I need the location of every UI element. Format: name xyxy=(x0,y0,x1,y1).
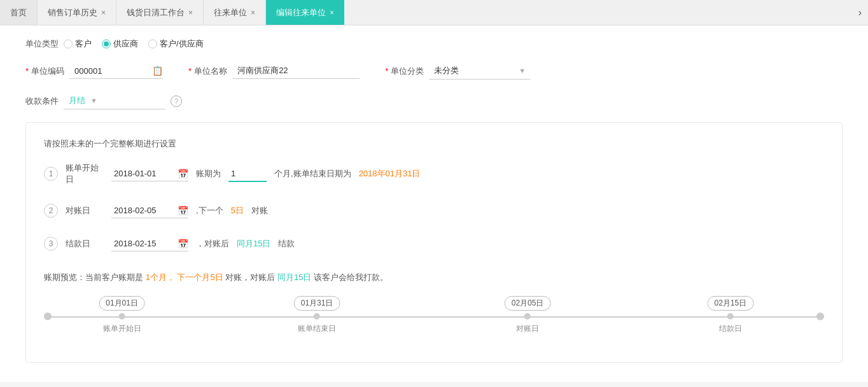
unit-name-star: * xyxy=(188,66,192,76)
settings-card: 请按照未来的一个完整帐期进行设置 1 账单开始日 📅 账期为 个月,账单结束日期… xyxy=(25,122,843,363)
unit-name-input[interactable] xyxy=(232,64,360,79)
timeline-chip-0: 01月01日 xyxy=(99,296,145,311)
tab-edit-partner[interactable]: 编辑往来单位 × xyxy=(266,0,344,25)
timeline-chip-1: 01月31日 xyxy=(294,296,340,311)
card-title: 请按照未来的一个完整帐期进行设置 xyxy=(44,138,824,150)
step-2-desc-prefix: ,下一个 xyxy=(196,205,223,216)
step-1-date-input[interactable] xyxy=(111,166,175,181)
timeline-point-2: 02月05日 对账日 xyxy=(505,296,551,334)
timeline-dot-2 xyxy=(524,313,531,320)
page-content: 单位类型 客户 供应商 客户/供应商 * 单位编码 xyxy=(0,25,868,382)
close-tab-partner[interactable]: × xyxy=(251,8,255,17)
step-3-row: 3 结款日 📅 ，对账后 同月15日 结款 xyxy=(44,236,824,251)
step-3-label: 结款日 xyxy=(66,238,104,250)
timeline-dot-3 xyxy=(727,313,734,320)
unit-info-row: * 单位编码 📋 * 单位名称 * 单位分类 未分类 ▼ xyxy=(25,62,843,80)
radio-customer[interactable]: 客户 xyxy=(64,38,92,50)
step-1-date-wrapper: 📅 xyxy=(111,166,188,181)
unit-name-label: 单位名称 xyxy=(194,66,227,77)
step-1-period-input[interactable] xyxy=(228,166,267,182)
timeline-label-2: 对账日 xyxy=(516,323,539,334)
preview-section: 账期预览：当前客户账期是 1个月， 下一个月5日 对账，对账后 同月15日 该客… xyxy=(44,262,824,347)
timeline-point-0: 01月01日 账单开始日 xyxy=(99,296,145,334)
step-3-date-input[interactable] xyxy=(111,236,175,251)
close-tab-cash-work[interactable]: × xyxy=(188,8,193,17)
unit-category-arrow-icon: ▼ xyxy=(519,67,526,74)
payment-help-icon[interactable]: ? xyxy=(171,95,182,107)
step-1-row: 1 账单开始日 📅 账期为 个月,账单结束日期为 2018年01月31日 xyxy=(44,162,824,185)
timeline: 01月01日 账单开始日 01月31日 账单结束日 02月05日 对账日 02月… xyxy=(44,296,824,347)
step-2-desc-suffix: 对账 xyxy=(251,205,268,216)
step-2-highlight: 5日 xyxy=(231,205,244,216)
step-2-date-input[interactable] xyxy=(111,203,175,218)
tab-home[interactable]: 首页 xyxy=(0,0,38,25)
step-1-desc-prefix: 账期为 xyxy=(196,168,221,179)
preview-part1: 1个月， xyxy=(146,272,175,282)
step-3-desc-prefix: ，对账后 xyxy=(196,238,229,250)
preview-part4: 同月15日 xyxy=(277,272,311,282)
step-3-num: 3 xyxy=(44,237,58,251)
unit-type-label: 单位类型 xyxy=(25,38,59,50)
payment-group: 收款条件 月结 ▼ ? xyxy=(25,92,182,109)
copy-icon[interactable]: 📋 xyxy=(152,66,163,76)
step-2-date-wrapper: 📅 xyxy=(111,203,188,218)
timeline-dot-1 xyxy=(314,313,320,320)
close-tab-edit-partner[interactable]: × xyxy=(330,8,334,17)
preview-part2: 下一个月5日 xyxy=(177,272,223,282)
payment-select[interactable]: 月结 ▼ xyxy=(64,92,165,109)
tab-sales-history[interactable]: 销售订单历史 × xyxy=(38,0,116,25)
step-3-date-wrapper: 📅 xyxy=(111,236,188,251)
step-2-num: 2 xyxy=(44,204,58,218)
step-3-desc-suffix: 结款 xyxy=(278,238,295,250)
unit-code-input[interactable] xyxy=(69,64,152,78)
step-2-label: 对账日 xyxy=(66,205,104,216)
step-3-highlight: 同月15日 xyxy=(237,238,270,250)
radio-both-label: 客户/供应商 xyxy=(160,38,204,50)
timeline-chip-3: 02月15日 xyxy=(708,296,754,311)
step-2-row: 2 对账日 📅 ,下一个 5日 对账 xyxy=(44,203,824,218)
unit-code-input-wrapper: 📋 xyxy=(69,64,163,79)
unit-name-group: * 单位名称 xyxy=(188,64,360,79)
payment-label: 收款条件 xyxy=(25,95,59,107)
radio-customer-circle xyxy=(64,39,73,48)
payment-value: 月结 xyxy=(69,95,85,106)
timeline-label-3: 结款日 xyxy=(719,323,742,334)
radio-supplier[interactable]: 供应商 xyxy=(102,38,138,50)
radio-supplier-label: 供应商 xyxy=(113,38,138,50)
step-1-cal-icon[interactable]: 📅 xyxy=(178,169,188,179)
unit-category-group: * 单位分类 未分类 ▼ xyxy=(385,62,531,80)
unit-category-value: 未分类 xyxy=(434,65,519,76)
payment-row: 收款条件 月结 ▼ ? xyxy=(25,92,843,109)
payment-arrow-icon: ▼ xyxy=(90,97,97,104)
unit-category-label: 单位分类 xyxy=(391,66,424,77)
timeline-label-1: 账单结束日 xyxy=(298,323,336,334)
tab-cash-work[interactable]: 钱货日清工作台 × xyxy=(116,0,204,25)
timeline-chip-2: 02月05日 xyxy=(505,296,551,311)
step-1-label: 账单开始日 xyxy=(66,162,104,185)
timeline-left-dot xyxy=(44,313,52,320)
timeline-right-dot xyxy=(816,313,824,320)
radio-supplier-circle xyxy=(102,39,111,48)
preview-part3: 对账，对账后 xyxy=(225,272,275,282)
step-2-cal-icon[interactable]: 📅 xyxy=(178,206,188,216)
radio-both[interactable]: 客户/供应商 xyxy=(148,38,204,50)
step-1-num: 1 xyxy=(44,167,58,181)
unit-category-star: * xyxy=(385,66,388,76)
radio-both-circle xyxy=(148,39,157,48)
timeline-point-1: 01月31日 账单结束日 xyxy=(294,296,340,334)
tab-more-button[interactable]: › xyxy=(852,0,868,25)
unit-category-select[interactable]: 未分类 ▼ xyxy=(429,62,531,80)
step-1-period-unit: 个月,账单结束日期为 xyxy=(274,168,351,179)
timeline-point-3: 02月15日 结款日 xyxy=(708,296,754,334)
step-3-cal-icon[interactable]: 📅 xyxy=(178,239,188,249)
unit-code-label: 单位编码 xyxy=(31,66,64,77)
tab-partner[interactable]: 往来单位 × xyxy=(204,0,266,25)
unit-code-star: * xyxy=(25,66,29,76)
timeline-label-0: 账单开始日 xyxy=(103,323,141,334)
unit-type-group: 单位类型 客户 供应商 客户/供应商 xyxy=(25,38,204,50)
preview-label: 账期预览：当前客户账期是 xyxy=(44,272,143,282)
close-tab-sales-history[interactable]: × xyxy=(101,8,106,17)
unit-code-group: * 单位编码 📋 xyxy=(25,64,163,79)
radio-customer-label: 客户 xyxy=(75,38,92,50)
timeline-dot-0 xyxy=(119,313,125,320)
